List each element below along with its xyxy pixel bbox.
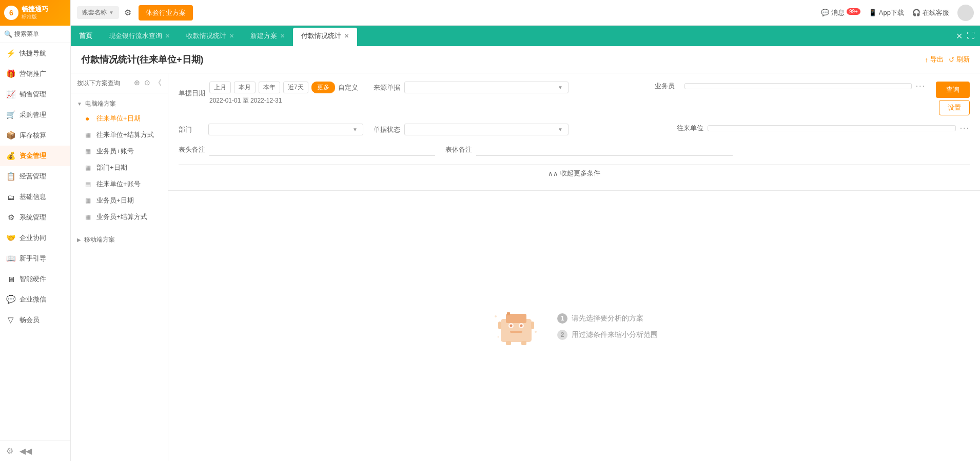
scheme-item-salesman-date[interactable]: ▦ 业务员+日期 <box>71 192 168 209</box>
collapse-more-btn[interactable]: ∧∧ 收起更多条件 <box>179 164 970 182</box>
scheme-item-label: 业务员+结算方式 <box>96 212 147 222</box>
sidebar-footer: ⚙ ◀◀ <box>0 440 70 461</box>
scheme-collapse-icon[interactable]: 《 <box>154 78 162 88</box>
sidebar-item-wechat[interactable]: 💬 企业微信 <box>0 289 70 310</box>
pc-group-label: 电脑端方案 <box>85 99 116 108</box>
sidebar-item-label: 经营管理 <box>19 172 46 181</box>
filter-group-date: 单据日期 上月 本月 本年 近7天 更多 自定义 <box>179 82 363 105</box>
date-range-value: 2022-01-01 至 2022-12-31 <box>209 96 358 105</box>
salesman-filter-label: 业务员 <box>655 82 680 91</box>
settings-icon[interactable]: ⚙ <box>124 8 131 17</box>
body-note-input[interactable] <box>476 144 733 156</box>
scheme-item-dept-date[interactable]: ▦ 部门+日期 <box>71 159 168 176</box>
sidebar-item-purchase[interactable]: 🛒 采购管理 <box>0 105 70 125</box>
header-note-input[interactable] <box>209 144 435 156</box>
filter-group-dept: 部门 ▼ <box>179 124 363 135</box>
tab-receipt-stats[interactable]: 收款情况统计 ✕ <box>178 26 242 46</box>
basic-info-icon: 🗂 <box>6 193 15 202</box>
tabbar-actions: ✕ ⛶ <box>951 26 980 46</box>
source-filter-label: 来源单据 <box>374 83 400 92</box>
counterpart-select[interactable] <box>708 125 956 131</box>
tab-cash-flow-close[interactable]: ✕ <box>165 33 170 39</box>
scheme-item-salesman-settle[interactable]: ▦ 业务员+结算方式 <box>71 209 168 225</box>
query-button[interactable]: 查询 <box>936 82 970 98</box>
dept-select-arrow-icon: ▼ <box>352 127 358 132</box>
tab-payment-stats-close[interactable]: ✕ <box>344 33 349 39</box>
salesman-select[interactable] <box>684 83 912 89</box>
sidebar-item-marketing[interactable]: 🎁 营销推广 <box>0 64 70 84</box>
tip-1-text: 请先选择要分析的方案 <box>572 314 643 323</box>
date-btn-last-month[interactable]: 上月 <box>209 82 231 93</box>
scheme-panel-title: 按以下方案查询 <box>77 79 120 88</box>
trial-button[interactable]: 体验行业方案 <box>139 5 193 21</box>
date-btn-this-year[interactable]: 本年 <box>259 82 280 93</box>
pc-group-arrow-icon: ▼ <box>77 101 82 107</box>
tabbar: 首页 现金银行流水查询 ✕ 收款情况统计 ✕ 新建方案 ✕ 付款情况统计 ✕ ✕… <box>71 26 980 46</box>
online-service-btn[interactable]: 🎧 在线客服 <box>912 8 949 17</box>
date-custom-label[interactable]: 自定义 <box>338 83 358 92</box>
scheme-item-counterpart-settle[interactable]: ▦ 往来单位+结算方式 <box>71 127 168 143</box>
date-btn-more[interactable]: 更多 <box>311 82 335 93</box>
scheme-panel: 按以下方案查询 ⊕ ⊙ 《 ▼ 电脑端方案 ● 往来单位+日期 <box>71 73 168 461</box>
tab-home[interactable]: 首页 <box>71 26 101 46</box>
tab-new-scheme[interactable]: 新建方案 ✕ <box>242 26 293 46</box>
maximize-icon[interactable]: ⛶ <box>967 31 975 41</box>
source-select[interactable]: ▼ <box>404 82 569 93</box>
main-area: 账套名称 ▼ ⚙ 体验行业方案 💬 消息 99+ 📱 App下载 🎧 在线客服 … <box>71 0 980 461</box>
doc-status-select[interactable]: ▼ <box>404 124 569 135</box>
tab-new-scheme-close[interactable]: ✕ <box>280 33 285 39</box>
scheme-item-label: 业务员+日期 <box>96 196 134 205</box>
sidebar-item-quick-nav[interactable]: ⚡ 快捷导航 <box>0 43 70 64</box>
search-menu[interactable]: 🔍 搜索菜单 <box>0 26 70 43</box>
scheme-settings-icon[interactable]: ⊙ <box>144 78 150 88</box>
tab-new-scheme-label: 新建方案 <box>250 31 277 41</box>
counterpart-dots-icon[interactable]: ··· <box>960 124 970 133</box>
sidebar-item-member[interactable]: ▽ 畅会员 <box>0 310 70 330</box>
tab-cash-flow[interactable]: 现金银行流水查询 ✕ <box>101 26 178 46</box>
sidebar-item-guide[interactable]: 📖 新手引导 <box>0 248 70 269</box>
export-icon: ↑ <box>925 56 929 64</box>
add-scheme-icon[interactable]: ⊕ <box>134 78 140 88</box>
wechat-icon: 💬 <box>6 295 15 304</box>
settings-footer-icon[interactable]: ⚙ <box>6 446 13 456</box>
scheme-item-salesman-account[interactable]: ▦ 业务员+账号 <box>71 143 168 159</box>
scheme-item-counterpart-account[interactable]: ▤ 往来单位+账号 <box>71 176 168 192</box>
sales-icon: 📈 <box>6 90 15 99</box>
account-selector[interactable]: 账套名称 ▼ <box>77 6 119 19</box>
scheme-item-label: 往来单位+日期 <box>96 114 141 123</box>
sidebar-item-system[interactable]: ⚙ 系统管理 <box>0 207 70 228</box>
sidebar-item-operations[interactable]: 📋 经营管理 <box>0 166 70 187</box>
salesman-dots-icon[interactable]: ··· <box>916 82 926 91</box>
refresh-button[interactable]: ↺ 刷新 <box>949 55 970 64</box>
user-avatar[interactable] <box>957 5 974 21</box>
collapse-sidebar-icon[interactable]: ◀◀ <box>19 446 32 456</box>
sidebar-item-inventory[interactable]: 📦 库存核算 <box>0 125 70 146</box>
scheme-item-counterpart-date[interactable]: ● 往来单位+日期 <box>71 110 168 127</box>
sidebar-item-smart-hw[interactable]: 🖥 智能硬件 <box>0 269 70 289</box>
app-download-btn[interactable]: 📱 App下载 <box>869 8 904 17</box>
svg-rect-10 <box>521 341 526 345</box>
sidebar-item-sales[interactable]: 📈 销售管理 <box>0 84 70 105</box>
refresh-label: 刷新 <box>956 55 970 64</box>
sidebar-item-basic-info[interactable]: 🗂 基础信息 <box>0 187 70 207</box>
dept-select[interactable]: ▼ <box>208 124 363 135</box>
setting-button[interactable]: 设置 <box>939 100 970 115</box>
result-area: 单据日期 上月 本月 本年 近7天 更多 自定义 <box>168 73 980 461</box>
close-all-tabs-icon[interactable]: ✕ <box>956 31 963 41</box>
sidebar-item-label: 新手引导 <box>19 254 46 263</box>
sidebar-item-finance[interactable]: 💰 资金管理 <box>0 146 70 166</box>
topbar: 账套名称 ▼ ⚙ 体验行业方案 💬 消息 99+ 📱 App下载 🎧 在线客服 <box>71 0 980 26</box>
date-btn-last-7-days[interactable]: 近7天 <box>283 82 308 93</box>
tab-home-label: 首页 <box>79 31 92 41</box>
scheme-group-pc-header[interactable]: ▼ 电脑端方案 <box>71 97 168 110</box>
account-name: 账套名称 <box>82 8 107 17</box>
sidebar-item-cooperation[interactable]: 🤝 企业协同 <box>0 228 70 248</box>
tab-receipt-stats-close[interactable]: ✕ <box>229 33 234 39</box>
filter-group-counterpart: 往来单位 ··· <box>677 124 970 133</box>
date-btn-this-month[interactable]: 本月 <box>234 82 256 93</box>
scheme-item-icon: ▦ <box>85 131 92 138</box>
tab-payment-stats[interactable]: 付款情况统计 ✕ <box>293 28 357 46</box>
scheme-group-mobile-header[interactable]: ▶ 移动端方案 <box>71 233 168 246</box>
export-button[interactable]: ↑ 导出 <box>925 55 944 64</box>
notifications-btn[interactable]: 💬 消息 99+ <box>821 8 860 17</box>
